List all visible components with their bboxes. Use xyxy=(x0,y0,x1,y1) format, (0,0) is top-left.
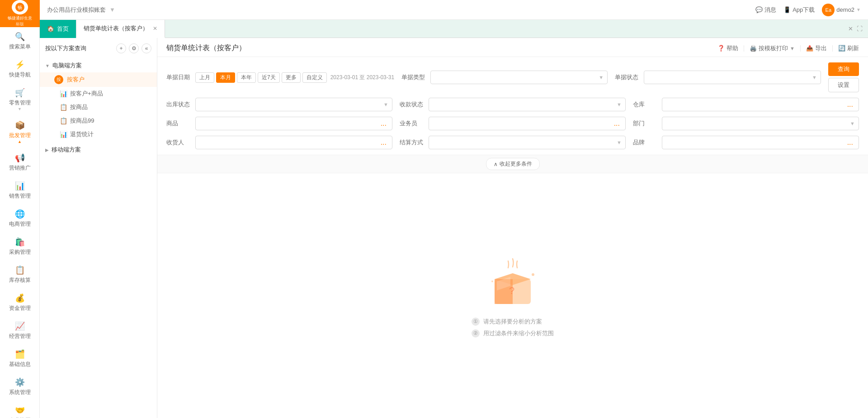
sidebar-item-enterprise[interactable]: 🤝 企业协同 xyxy=(0,401,39,418)
hint-2-text: 用过滤条件来缩小分析范围 xyxy=(483,329,554,337)
goods-select[interactable]: ... xyxy=(195,117,392,130)
tab-home[interactable]: 🏠 首页 xyxy=(40,20,76,38)
enterprise-icon: 🤝 xyxy=(15,405,25,415)
last-7-days-btn[interactable]: 近7天 xyxy=(258,72,280,83)
content-area: 按以下方案查询 + ⚙ « ▼ 电脑端方案 按 按客户 📊 xyxy=(40,38,868,418)
close-window-icon[interactable]: ✕ xyxy=(848,25,853,32)
sidebar-item-label: 批发管理 xyxy=(9,132,31,139)
sales-icon: 📊 xyxy=(15,181,25,191)
this-year-btn[interactable]: 本年 xyxy=(237,72,256,83)
mobile-group-header[interactable]: ▶ 移动端方案 xyxy=(40,143,157,157)
user-menu[interactable]: Ea demo2 ▼ xyxy=(822,4,861,16)
sidebar-item-ecommerce[interactable]: 🌐 电商管理 xyxy=(0,204,39,233)
sidebar-item-procurement[interactable]: 🛍️ 采购管理 xyxy=(0,233,39,261)
settings-btn[interactable]: 设置 xyxy=(828,78,859,92)
maximize-window-icon[interactable]: ⛶ xyxy=(857,25,863,32)
sidebar-logo: 畅 畅捷通好生意 标版 xyxy=(0,0,40,27)
avatar: Ea xyxy=(822,4,835,16)
action-divider-2 xyxy=(800,45,801,52)
logo-icon: 畅 xyxy=(12,0,28,14)
refresh-btn[interactable]: 🔄 刷新 xyxy=(838,44,859,52)
svg-point-5 xyxy=(491,280,493,282)
sidebar-item-operations[interactable]: 📈 经营管理 xyxy=(0,317,39,345)
tree-item-by-customer-goods[interactable]: 📊 按客户+商品 xyxy=(40,87,157,100)
tab-sales-stat[interactable]: 销货单统计表（按客户） ✕ xyxy=(76,20,165,38)
tree-item-by-goods-99[interactable]: 📋 按商品99 xyxy=(40,114,157,128)
chevron-up-icon: ▲ xyxy=(18,139,22,144)
out-status-select[interactable]: ▼ xyxy=(195,98,392,111)
sidebar-item-marketing[interactable]: 📢 营销推广 xyxy=(0,148,39,176)
sidebar-menu: 🔍 搜索菜单 ⚡ 快捷导航 🛒 零售管理 ▼ 📦 批发管理 ▲ 📢 营销推广 📊… xyxy=(0,27,39,418)
brand-dots[interactable]: ... xyxy=(845,138,855,147)
brand-select[interactable]: ... xyxy=(662,136,859,149)
settlement-select[interactable]: ▼ xyxy=(429,136,626,149)
sidebar-item-system[interactable]: ⚙️ 系统管理 xyxy=(0,373,39,401)
settings-scheme-btn[interactable]: ⚙ xyxy=(129,43,139,53)
app-download-btn[interactable]: 📱 App下载 xyxy=(783,6,815,14)
table-icon: 📋 xyxy=(60,104,67,111)
filter-area: 单据日期 上月 本月 本年 近7天 更多 自定义 2023-03-01 至 20… xyxy=(157,57,868,155)
goods-dots[interactable]: ... xyxy=(379,119,388,128)
sidebar-item-label: 快捷导航 xyxy=(9,71,31,79)
tree-item-by-goods[interactable]: 📋 按商品 xyxy=(40,100,157,114)
sidebar-item-basic[interactable]: 🗂️ 基础信息 xyxy=(0,345,39,373)
messages-label: 消息 xyxy=(764,6,776,14)
last-month-btn[interactable]: 上月 xyxy=(195,72,214,83)
hint-1-text: 请先选择要分析的方案 xyxy=(483,318,542,326)
settlement-chevron: ▼ xyxy=(617,140,622,145)
receipt-status-select[interactable]: ▼ xyxy=(429,98,626,111)
custom-btn[interactable]: 自定义 xyxy=(302,72,327,83)
dept-select[interactable]: ▼ xyxy=(662,117,859,130)
receiver-select[interactable]: ... xyxy=(195,136,392,149)
topbar-right: 💬 消息 📱 App下载 Ea demo2 ▼ xyxy=(755,4,861,16)
collapse-bar: ∧ 收起更多条件 xyxy=(157,155,868,173)
sidebar-item-quick-nav[interactable]: ⚡ 快捷导航 xyxy=(0,55,39,83)
salesperson-select[interactable]: ... xyxy=(429,117,626,130)
doc-status-select[interactable]: ▼ xyxy=(644,71,821,84)
warehouse-select[interactable]: ... xyxy=(662,98,859,111)
doc-type-chevron: ▼ xyxy=(599,75,604,80)
topbar-dropdown-icon[interactable]: ▼ xyxy=(109,6,115,13)
sidebar-item-retail[interactable]: 🛒 零售管理 ▼ xyxy=(0,83,39,116)
tab-close-btn[interactable]: ✕ xyxy=(153,25,157,32)
refresh-label: 刷新 xyxy=(847,44,859,52)
help-btn[interactable]: ❓ 帮助 xyxy=(717,44,738,52)
doc-type-select[interactable]: ▼ xyxy=(430,71,608,84)
tree-item-refund-label: 退货统计 xyxy=(70,130,94,138)
sidebar-item-label: 营销推广 xyxy=(9,164,31,172)
this-month-btn[interactable]: 本月 xyxy=(216,72,235,83)
sidebar-item-sales[interactable]: 📊 销售管理 xyxy=(0,176,39,204)
system-icon: ⚙️ xyxy=(15,377,25,387)
warehouse-dots[interactable]: ... xyxy=(845,100,855,109)
sidebar-item-inventory[interactable]: 📋 库存核算 xyxy=(0,261,39,289)
messages-btn[interactable]: 💬 消息 xyxy=(755,6,776,14)
sidebar-item-label: 库存核算 xyxy=(9,276,31,284)
svg-text:畅: 畅 xyxy=(18,5,22,10)
user-chevron-icon: ▼ xyxy=(856,7,861,12)
tree-item-refund-stat[interactable]: 📊 退货统计 xyxy=(40,128,157,141)
desktop-group-header[interactable]: ▼ 电脑端方案 xyxy=(40,59,157,72)
add-scheme-btn[interactable]: + xyxy=(116,43,126,53)
more-btn[interactable]: 更多 xyxy=(282,72,301,83)
help-icon: ❓ xyxy=(717,45,725,52)
help-label: 帮助 xyxy=(726,44,738,52)
receiver-dots[interactable]: ... xyxy=(379,138,388,147)
dept-chevron: ▼ xyxy=(850,121,855,126)
sidebar-item-wholesale[interactable]: 📦 批发管理 ▲ xyxy=(0,116,39,148)
salesperson-dots[interactable]: ... xyxy=(612,119,622,128)
sidebar-item-finance[interactable]: 💰 资金管理 xyxy=(0,289,39,317)
main-area: 办公用品行业模拟账套 ▼ 💬 消息 📱 App下载 Ea demo2 ▼ 🏠 首… xyxy=(40,0,868,418)
tab-home-label: 首页 xyxy=(57,25,69,33)
empty-hint-2: ② 用过滤条件来缩小分析范围 xyxy=(472,329,554,337)
goods-label: 商品 xyxy=(166,119,192,128)
collapse-panel-btn[interactable]: « xyxy=(142,43,151,53)
tree-item-by-customer[interactable]: 按 按客户 xyxy=(40,72,157,87)
query-btn[interactable]: 查询 xyxy=(828,62,859,76)
mobile-group-label: 移动端方案 xyxy=(52,146,81,154)
collapse-more-btn[interactable]: ∧ 收起更多条件 xyxy=(486,158,540,170)
sidebar-item-search[interactable]: 🔍 搜索菜单 xyxy=(0,27,39,55)
warehouse-label: 仓库 xyxy=(633,100,658,109)
sidebar-item-label: 系统管理 xyxy=(9,389,31,396)
template-print-btn[interactable]: 🖨️ 按模板打印 ▼ xyxy=(750,44,795,52)
export-btn[interactable]: 📤 导出 xyxy=(806,44,827,52)
